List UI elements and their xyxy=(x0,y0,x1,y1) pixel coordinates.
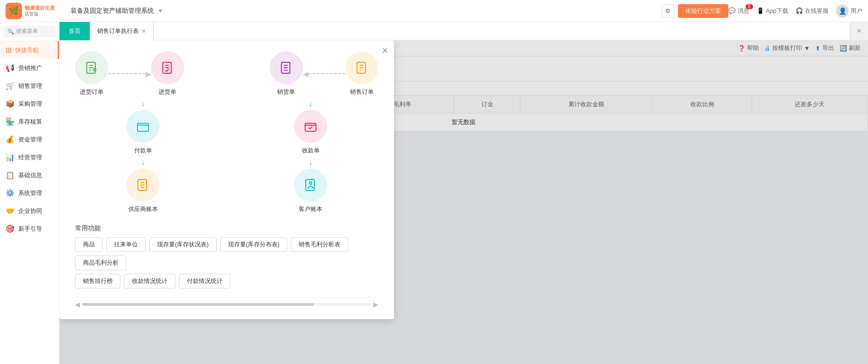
purchase-order-icon xyxy=(75,51,108,84)
search-menu-button[interactable]: 🔍 搜索菜单 xyxy=(4,26,55,37)
message-button[interactable]: 💬 消息 6 xyxy=(728,7,749,15)
tab-home[interactable]: 首页 xyxy=(60,22,90,40)
sidebar-item-inventory[interactable]: 🏪 库存核算 xyxy=(0,113,59,130)
content-area: 首页 销售订单执行表 ✕ ✕ ❓ 帮助 🖨 xyxy=(60,22,868,364)
tab-close-all-button[interactable]: ✕ xyxy=(850,22,868,40)
sidebar-item-label: 快捷导航 xyxy=(15,46,39,54)
tab-home-label: 首页 xyxy=(69,27,81,35)
flow-payment-bill: 付款单 xyxy=(126,110,159,155)
tab-bar: 首页 销售订单执行表 ✕ ✕ xyxy=(60,22,868,40)
sidebar-item-quick-nav[interactable]: ⊞ 快捷导航 xyxy=(0,41,59,59)
download-icon: 📱 xyxy=(757,7,764,14)
trial-button[interactable]: 体验行业方案 xyxy=(678,4,728,18)
scroll-left-button[interactable]: ◀ xyxy=(75,301,80,308)
sales-order-label: 销售订单 xyxy=(350,88,374,96)
system-title-text: 装备及固定资产辅助管理系统 xyxy=(71,7,154,15)
func-btn-sales-rank[interactable]: 销售排行榜 xyxy=(75,274,120,288)
flow-purchase-order: 进货订单 xyxy=(75,51,108,96)
enterprise-icon: 🤝 xyxy=(5,206,15,215)
space2 xyxy=(108,100,126,108)
flow-customer-account: 客户账本 xyxy=(294,168,327,213)
sp3 xyxy=(159,158,294,167)
settings-button[interactable]: ⚙ xyxy=(661,5,674,17)
customer-account-label: 客户账本 xyxy=(299,205,322,213)
online-service-label: 在线客服 xyxy=(805,7,829,15)
sidebar-item-basic[interactable]: 📋 基础信息 xyxy=(0,166,59,184)
purchase-order-label: 进货订单 xyxy=(80,88,104,96)
user-avatar: 👤 xyxy=(836,5,849,17)
func-btn-product-margin[interactable]: 商品毛利分析 xyxy=(75,255,126,270)
svg-rect-17 xyxy=(305,123,316,131)
sidebar-item-marketing[interactable]: 📢 营销推广 xyxy=(0,59,59,77)
system-title-area: 装备及固定资产辅助管理系统 ▼ xyxy=(65,7,661,15)
user-menu[interactable]: 👤 用户 xyxy=(836,5,863,17)
sidebar-item-label: 系统管理 xyxy=(18,189,42,197)
sales-bill-icon xyxy=(270,51,303,84)
logo-line1: 畅康通好生意 xyxy=(25,5,55,11)
modal-close-button[interactable]: ✕ xyxy=(382,46,388,56)
purchase-bill-icon xyxy=(151,51,184,84)
sales-order-icon xyxy=(345,51,378,84)
common-functions-title: 常用功能 xyxy=(75,224,378,233)
space4 xyxy=(327,100,345,108)
service-icon: 🎧 xyxy=(796,7,803,14)
system-dropdown-icon[interactable]: ▼ xyxy=(158,8,163,14)
sidebar-item-purchase[interactable]: 📦 采购管理 xyxy=(0,95,59,113)
quick-nav-icon: ⊞ xyxy=(5,46,11,54)
sidebar-item-label: 库存核算 xyxy=(18,118,42,126)
flow-supplier-account: 供应商账本 xyxy=(126,168,159,213)
flow-receipt-bill: 收款单 xyxy=(294,110,327,155)
sidebar-item-enterprise[interactable]: 🤝 企业协同 xyxy=(0,202,59,220)
tab-close-button[interactable]: ✕ xyxy=(142,28,146,34)
modal-overlay: ✕ 进货订 xyxy=(60,40,868,364)
sidebar-item-sales[interactable]: 🛒 销售管理 xyxy=(0,77,59,95)
arrow-down-purchase: ↓ xyxy=(126,100,159,108)
sidebar-item-system[interactable]: ⚙️ 系统管理 xyxy=(0,184,59,202)
func-btn-receipt-stats[interactable]: 收款情况统计 xyxy=(124,274,175,288)
scrollbar-track[interactable] xyxy=(82,303,371,306)
sidebar-item-label: 销售管理 xyxy=(18,82,42,90)
sidebar-item-finance[interactable]: 💰 资金管理 xyxy=(0,130,59,148)
supplier-account-icon xyxy=(126,168,159,201)
flow-purchase-bill: 进货单 xyxy=(151,51,184,96)
main-area: 🔍 搜索菜单 ⊞ 快捷导航 📢 营销推广 🛒 销售管理 📦 采购管理 xyxy=(0,22,868,364)
customer-account-icon xyxy=(294,168,327,201)
func-btn-sales-margin[interactable]: 销售毛利分析表 xyxy=(291,237,348,252)
sidebar-item-label: 营销推广 xyxy=(18,64,42,72)
modal-scrollbar-area: ◀ ▶ xyxy=(75,298,378,308)
supplier-account-label: 供应商账本 xyxy=(128,205,158,213)
sidebar-item-newbie[interactable]: 🎯 新手引导 xyxy=(0,220,59,238)
flow-sales-order: 销售订单 xyxy=(345,51,378,96)
logo-area: 🌿 畅康通好生意 店管版 xyxy=(5,3,65,19)
operation-icon: 📊 xyxy=(5,153,15,162)
modal-box: ✕ 进货订 xyxy=(60,40,394,319)
basic-icon: 📋 xyxy=(5,171,15,179)
top-right-area: 💬 消息 6 📱 App下载 🎧 在线客服 👤 用户 xyxy=(728,5,863,17)
func-btn-counterpart[interactable]: 往来单位 xyxy=(106,237,146,252)
sp4 xyxy=(327,158,345,167)
func-btn-product[interactable]: 商品 xyxy=(75,237,103,252)
newbie-icon: 🎯 xyxy=(5,224,15,233)
func-btn-stock-status[interactable]: 现存量(库存状况表) xyxy=(149,237,217,252)
sidebar-item-operation[interactable]: 📊 经营管理 xyxy=(0,148,59,166)
func-buttons-row2: 销售排行榜 收款情况统计 付款情况统计 xyxy=(75,274,378,288)
arrow-left-1: ◀ xyxy=(303,70,346,78)
sp1 xyxy=(75,158,108,167)
scroll-right-button[interactable]: ▶ xyxy=(373,301,378,308)
tab-sales-order[interactable]: 销售订单执行表 ✕ xyxy=(90,22,154,40)
search-menu-label: 搜索菜单 xyxy=(16,27,38,35)
finance-icon: 💰 xyxy=(5,135,15,144)
tab-sales-order-label: 销售订单执行表 xyxy=(97,27,139,35)
sidebar-item-label: 新手引导 xyxy=(18,225,42,233)
func-btn-stock-dist[interactable]: 现存量(库存分布表) xyxy=(220,237,288,252)
app-download-button[interactable]: 📱 App下载 xyxy=(757,7,788,15)
sidebar-item-label: 资金管理 xyxy=(18,136,42,144)
system-icon: ⚙️ xyxy=(5,189,15,197)
online-service-button[interactable]: 🎧 在线客服 xyxy=(796,7,829,15)
sidebar-search-area[interactable]: 🔍 搜索菜单 xyxy=(0,22,59,41)
sidebar: 🔍 搜索菜单 ⊞ 快捷导航 📢 营销推广 🛒 销售管理 📦 采购管理 xyxy=(0,22,60,364)
space3 xyxy=(159,100,294,108)
user-name: 用户 xyxy=(851,7,863,15)
sidebar-item-label: 企业协同 xyxy=(18,207,42,215)
func-btn-payment-stats[interactable]: 付款情况统计 xyxy=(179,274,230,288)
